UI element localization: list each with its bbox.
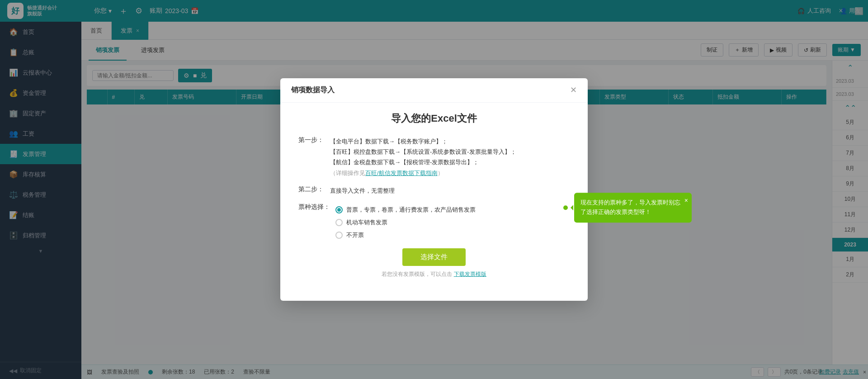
step1-line2: 【百旺】税控盘数据下载→【系统设置-系统参数设置-发票批量导入】； bbox=[330, 147, 516, 157]
callout-dot bbox=[563, 205, 568, 210]
modal-close-button[interactable]: ✕ bbox=[570, 86, 577, 94]
step1-line1: 【全电平台】数据下载→【税务数字账户】； bbox=[330, 136, 516, 147]
ticket-label: 票种选择： bbox=[298, 203, 330, 211]
step1-content: 【全电平台】数据下载→【税务数字账户】； 【百旺】税控盘数据下载→【系统设置-系… bbox=[330, 136, 516, 179]
radio-motor-label: 机动车销售发票 bbox=[346, 218, 387, 227]
modal-footer: 若您没有发票模版，可以点击 下载发票模版 bbox=[298, 270, 570, 278]
radio-general[interactable]: 普票，专票，卷票，通行费发票，农产品销售发票 bbox=[335, 206, 476, 214]
step1-link: （详细操作见百旺/航信发票数据下载指南） bbox=[330, 168, 516, 178]
callout-text: 现在支持的票种多了，导入发票时别忘了选择正确的发票类型呀！ bbox=[580, 199, 680, 216]
step2-row: 第二步： 直接导入文件，无需整理 bbox=[298, 185, 570, 196]
guide-link[interactable]: 百旺/航信发票数据下载指南 bbox=[365, 170, 438, 176]
ticket-row: 票种选择： 普票，专票，卷票，通行费发票，农产品销售发票 机动车销售发票 不开票 bbox=[298, 203, 570, 239]
step1-label: 第一步： bbox=[298, 136, 325, 179]
modal-subtitle: 导入您的Excel文件 bbox=[298, 112, 570, 125]
modal-body: 导入您的Excel文件 第一步： 【全电平台】数据下载→【税务数字账户】； 【百… bbox=[280, 103, 588, 288]
radio-notissued[interactable]: 不开票 bbox=[335, 231, 476, 239]
radio-motor[interactable]: 机动车销售发票 bbox=[335, 218, 476, 227]
modal-header: 销项数据导入 ✕ bbox=[280, 78, 588, 103]
step1-row: 第一步： 【全电平台】数据下载→【税务数字账户】； 【百旺】税控盘数据下载→【系… bbox=[298, 136, 570, 179]
callout-close-button[interactable]: × bbox=[684, 196, 688, 206]
import-modal: 销项数据导入 ✕ 导入您的Excel文件 第一步： 【全电平台】数据下载→【税务… bbox=[280, 78, 588, 301]
download-template-link[interactable]: 下载发票模版 bbox=[454, 271, 486, 277]
modal-title: 销项数据导入 bbox=[291, 85, 335, 95]
radio-circle-motor bbox=[335, 219, 343, 226]
modal-overlay: 销项数据导入 ✕ 导入您的Excel文件 第一步： 【全电平台】数据下载→【税务… bbox=[0, 0, 868, 379]
step1-line3: 【航信】金税盘数据下载→【报税管理-发票数据导出】； bbox=[330, 157, 516, 167]
step2-content: 直接导入文件，无需整理 bbox=[330, 185, 395, 196]
step2-label: 第二步： bbox=[298, 185, 325, 196]
radio-circle-notissued bbox=[335, 232, 343, 239]
ticket-callout: × 现在支持的票种多了，导入发票时别忘了选择正确的发票类型呀！ bbox=[574, 193, 692, 223]
select-file-button[interactable]: 选择文件 bbox=[402, 248, 466, 266]
radio-notissued-label: 不开票 bbox=[346, 231, 364, 239]
radio-group: 普票，专票，卷票，通行费发票，农产品销售发票 机动车销售发票 不开票 bbox=[335, 206, 476, 239]
radio-general-label: 普票，专票，卷票，通行费发票，农产品销售发票 bbox=[346, 206, 476, 214]
radio-circle-general bbox=[335, 206, 343, 213]
